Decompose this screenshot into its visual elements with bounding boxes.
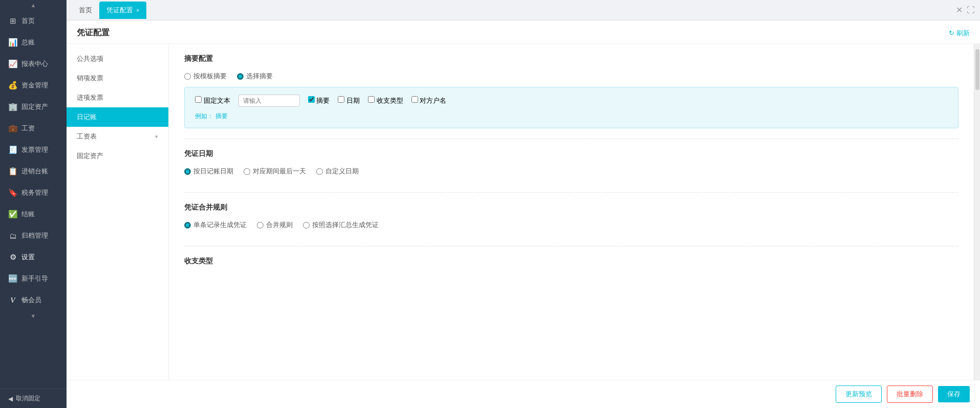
nav-item-sales[interactable]: 销项发票 <box>67 69 168 88</box>
purchasesale-icon: 📋 <box>8 167 17 176</box>
batch-delete-button[interactable]: 批量删除 <box>887 386 933 403</box>
maximize-window-icon[interactable]: ⛶ <box>967 6 975 15</box>
sidebar-item-archive[interactable]: 🗂 归档管理 <box>0 225 67 246</box>
sidebar-item-label: 资金管理 <box>21 81 48 90</box>
sidebar-item-ledger[interactable]: 📊 总账 <box>0 32 67 53</box>
radio-merge[interactable] <box>257 222 264 229</box>
tab-home[interactable]: 首页 <box>72 2 99 19</box>
sidebar-scroll-down[interactable]: ▼ <box>0 311 67 321</box>
tax-icon: 🔖 <box>8 188 17 197</box>
radio-single-label[interactable]: 单条记录生成凭证 <box>184 220 247 230</box>
sidebar-item-label: 结账 <box>21 210 35 219</box>
radio-summary-label[interactable]: 按照选择汇总生成凭证 <box>303 220 379 230</box>
nav-item-public[interactable]: 公共选项 <box>67 49 168 69</box>
checkbox-date-text: 日期 <box>346 97 360 104</box>
summary-radio-row: 按模板摘要 选择摘要 <box>184 72 959 81</box>
radio-journal-date-label[interactable]: 按日记账日期 <box>184 167 233 176</box>
active-tab-label: 凭证配置 <box>106 6 133 15</box>
example-value: 摘要 <box>215 112 228 120</box>
nav-item-purchase[interactable]: 进项发票 <box>67 88 168 107</box>
sidebar-scroll-up[interactable]: ▲ <box>0 0 67 10</box>
refresh-label: 刷新 <box>956 29 970 38</box>
checkbox-abstract-label[interactable]: 摘要 <box>308 96 330 105</box>
assets-icon: 🏢 <box>8 102 17 111</box>
close-window-icon[interactable]: ✕ <box>956 5 963 15</box>
sidebar-item-label: 固定资产 <box>21 102 48 111</box>
checkbox-fixed-text[interactable] <box>195 96 202 103</box>
nav-label-payroll: 工资表 <box>77 132 97 141</box>
home-icon: ⊞ <box>8 16 17 26</box>
tab-bar: 首页 凭证配置 × ✕ ⛶ <box>67 0 980 20</box>
tab-voucher-config[interactable]: 凭证配置 × <box>99 2 146 19</box>
sidebar-item-label: 归档管理 <box>21 231 48 240</box>
right-content: 摘要配置 按模板摘要 选择摘要 <box>169 44 974 380</box>
merge-rules-title: 凭证合并规则 <box>184 203 959 212</box>
radio-summary-text: 按照选择汇总生成凭证 <box>312 220 379 230</box>
checkbox-counterpart-text: 对方户名 <box>420 97 446 104</box>
salary-icon: 💼 <box>8 124 17 133</box>
checkbox-date-label[interactable]: 日期 <box>338 96 360 105</box>
sidebar-unpin[interactable]: ◀ 取消固定 <box>0 389 67 408</box>
checkbox-income-type[interactable] <box>368 96 375 103</box>
radio-template-label[interactable]: 按模板摘要 <box>184 72 227 81</box>
checkbox-counterpart[interactable] <box>411 96 418 103</box>
sidebar-item-label: 新手引导 <box>21 274 48 283</box>
radio-template[interactable] <box>184 73 191 80</box>
radio-period-last-label[interactable]: 对应期间最后一天 <box>244 167 306 176</box>
sidebar-item-guide[interactable]: 🆕 新手引导 <box>0 268 67 289</box>
refresh-icon: ↻ <box>949 29 954 37</box>
radio-custom-date-label[interactable]: 自定义日期 <box>316 167 359 176</box>
sidebar-item-home[interactable]: ⊞ 首页 <box>0 10 67 32</box>
sidebar-item-invoice[interactable]: 🧾 发票管理 <box>0 139 67 161</box>
checkbox-date[interactable] <box>338 96 344 103</box>
fixed-text-input[interactable] <box>238 95 300 107</box>
nav-item-payroll[interactable]: 工资表 ▾ <box>67 127 168 146</box>
merge-rules-radio-row: 单条记录生成凭证 合并规则 按照选择汇总生成凭证 <box>184 220 959 230</box>
radio-period-last[interactable] <box>244 168 250 175</box>
radio-summary[interactable] <box>303 222 310 229</box>
summary-config-title: 摘要配置 <box>184 54 959 63</box>
page-header: 凭证配置 ↻ 刷新 <box>67 20 980 44</box>
nav-label-sales: 销项发票 <box>77 74 103 83</box>
checkbox-income-type-label[interactable]: 收支类型 <box>368 96 403 105</box>
radio-merge-label[interactable]: 合并规则 <box>257 220 293 230</box>
update-preview-button[interactable]: 更新预览 <box>836 386 882 403</box>
checkbox-counterpart-label[interactable]: 对方户名 <box>411 96 447 105</box>
refresh-button[interactable]: ↻ 刷新 <box>949 29 970 38</box>
nav-item-fixedassets[interactable]: 固定资产 <box>67 146 168 166</box>
voucher-date-title: 凭证日期 <box>184 149 959 158</box>
sidebar-item-report[interactable]: 📈 报表中心 <box>0 53 67 75</box>
archive-icon: 🗂 <box>8 232 17 240</box>
sidebar-item-member[interactable]: V 畅会员 <box>0 289 67 311</box>
sidebar-item-assets[interactable]: 🏢 固定资产 <box>0 96 67 118</box>
radio-single[interactable] <box>184 222 191 229</box>
nav-label-journal: 日记账 <box>77 112 97 122</box>
sidebar-item-purchasesale[interactable]: 📋 进销台账 <box>0 161 67 182</box>
unpin-icon: ◀ <box>8 395 13 402</box>
sidebar-item-funds[interactable]: 💰 资金管理 <box>0 75 67 96</box>
sidebar-item-label: 畅会员 <box>21 296 41 305</box>
sidebar-item-salary[interactable]: 💼 工资 <box>0 118 67 139</box>
two-panel: 公共选项 销项发票 进项发票 日记账 工资表 ▾ 固定资产 <box>67 44 980 380</box>
radio-select-label[interactable]: 选择摘要 <box>237 72 273 81</box>
radio-select[interactable] <box>237 73 244 80</box>
radio-single-text: 单条记录生成凭证 <box>193 220 247 230</box>
chevron-down-icon: ▾ <box>155 133 158 140</box>
outer-scrollbar[interactable] <box>974 44 980 380</box>
radio-custom-date[interactable] <box>316 168 323 175</box>
sidebar-item-settle[interactable]: ✅ 结账 <box>0 203 67 225</box>
ledger-icon: 📊 <box>8 38 17 47</box>
radio-merge-text: 合并规则 <box>266 220 293 230</box>
radio-journal-date[interactable] <box>184 168 191 175</box>
section-income-type: 收支类型 <box>184 257 959 284</box>
checkbox-abstract[interactable] <box>308 96 315 103</box>
save-button[interactable]: 保存 <box>938 386 970 402</box>
nav-label-fixedassets: 固定资产 <box>77 151 103 161</box>
checkbox-fixed-text-label[interactable]: 固定文本 <box>195 96 230 105</box>
sidebar-item-label: 设置 <box>21 253 35 262</box>
tab-close-icon[interactable]: × <box>136 7 139 13</box>
nav-item-journal[interactable]: 日记账 <box>67 107 168 127</box>
settle-icon: ✅ <box>8 210 17 219</box>
sidebar-item-tax[interactable]: 🔖 税务管理 <box>0 182 67 203</box>
sidebar-item-settings[interactable]: ⚙ 设置 <box>0 246 67 268</box>
